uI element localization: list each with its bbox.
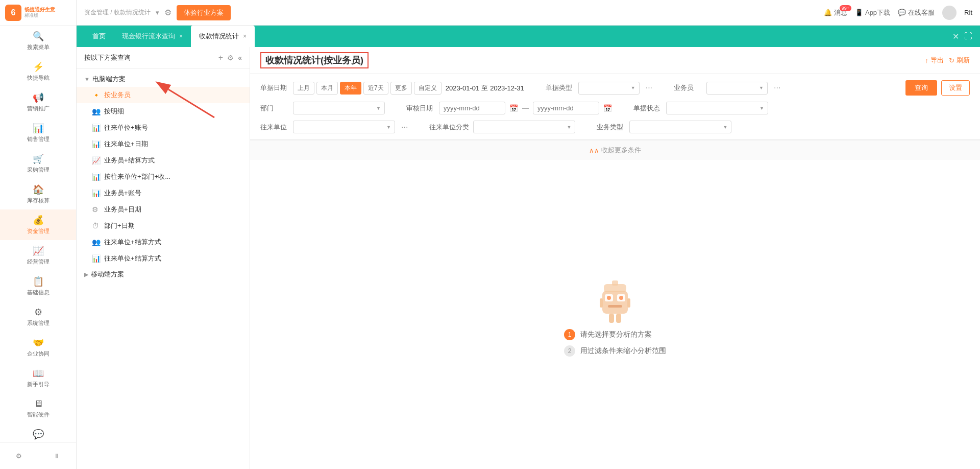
finance-icon: 💰 — [33, 215, 44, 226]
dept-select[interactable] — [293, 102, 385, 114]
filter-item-dept: 部门 — [260, 102, 385, 114]
sidebar-item-hardware[interactable]: 🖥 智能硬件 — [0, 393, 76, 424]
date-btns: 上月 本月 本年 近7天 更多 自定义 — [293, 82, 442, 95]
sidebar-item-collab[interactable]: 🤝 企业协同 — [0, 332, 76, 363]
page-header-actions: ↑ 导出 ↻ 刷新 — [925, 56, 970, 65]
tab-cashflow[interactable]: 现金银行流水查询 × — [114, 26, 191, 47]
review-date-from-cal[interactable]: 📅 — [509, 104, 518, 112]
scheme-item-partner-settlement1[interactable]: 👥 往来单位+结算方式 — [77, 234, 250, 250]
sidebar-item-purchase[interactable]: 🛒 采购管理 — [0, 148, 76, 179]
biz-type-label: 业务类型 — [597, 123, 625, 132]
sidebar-item-finance[interactable]: 💰 资金管理 — [0, 209, 76, 240]
scheme-item-partner-settlement2[interactable]: 📊 往来单位+结算方式 — [77, 250, 250, 267]
filter-row-dept: 部门 审核日期 📅 — — [260, 102, 970, 114]
scheme-item-partner-account[interactable]: 📊 往来单位+账号 — [77, 120, 250, 136]
scheme-item-sales-account[interactable]: 📊 业务员+账号 — [77, 185, 250, 201]
date-btn-more[interactable]: 更多 — [390, 82, 412, 95]
empty-step-1: 1 请先选择要分析的方案 — [564, 329, 666, 340]
salesperson-select[interactable] — [706, 82, 768, 95]
filter-settings-btn[interactable]: 设置 — [941, 80, 970, 96]
tab-receipt-stats[interactable]: 收款情况统计 × — [191, 26, 255, 47]
tab-bar-right: ✕ ⛶ — [952, 32, 972, 41]
notification-btn[interactable]: 🔔 消息 99+ — [824, 8, 847, 17]
app-download-btn[interactable]: 📱 App下载 — [855, 8, 890, 17]
collapse-panel-btn[interactable]: « — [238, 54, 242, 62]
collapse-bar[interactable]: ∧∧ 收起更多条件 — [250, 140, 980, 160]
date-range: 2023-01-01 至 2023-12-31 — [446, 83, 524, 92]
scheme-item-sales-date[interactable]: ⚙ 业务员+日期 — [77, 201, 250, 218]
date-to: 2023-12-31 — [490, 84, 524, 92]
partner-select-wrapper — [293, 121, 395, 133]
scheme-item-sales-settlement[interactable]: 📈 业务员+结算方式 — [77, 152, 250, 169]
partner-settlement1-icon: 👥 — [92, 238, 100, 246]
add-scheme-btn[interactable]: + — [218, 53, 223, 62]
sidebar-item-quicknav[interactable]: ⚡ 快捷导航 — [0, 56, 76, 87]
scheme-settings-btn[interactable]: ⚙ — [227, 54, 234, 62]
tab-home[interactable]: 首页 — [84, 26, 114, 47]
date-btn-this-year[interactable]: 本年 — [340, 82, 361, 95]
sidebar-collapse-btn[interactable]: ⏸ — [50, 448, 64, 464]
sidebar-nav: 🔍 搜索菜单 ⚡ 快捷导航 📢 营销推广 📊 销售管理 🛒 采购管理 🏠 — [0, 26, 76, 442]
sidebar-item-guide[interactable]: 📖 新手引导 — [0, 363, 76, 393]
sidebar-item-operation[interactable]: 📈 经营管理 — [0, 240, 76, 271]
tab-close-all-btn[interactable]: ✕ — [952, 32, 959, 41]
sidebar-item-sales[interactable]: 📊 销售管理 — [0, 118, 76, 148]
sidebar-item-system[interactable]: ⚙ 系统管理 — [0, 301, 76, 332]
type-more-btn[interactable]: ··· — [646, 83, 652, 92]
biz-type-select[interactable] — [629, 121, 731, 133]
step-num-2: 2 — [564, 345, 575, 357]
scheme-item-partner-dept[interactable]: 📊 按往来单位+部门+收... — [77, 169, 250, 185]
sidebar-item-inventory[interactable]: 🏠 库存核算 — [0, 179, 76, 209]
scheme-item-detail[interactable]: 👥 按明细 — [77, 103, 250, 120]
sidebar-item-marketing[interactable]: 📢 营销推广 — [0, 87, 76, 118]
service-icon: 💬 — [898, 9, 906, 16]
sidebar-item-wechat[interactable]: 💬 企业微信 — [0, 424, 76, 442]
scheme-item-by-salesperson[interactable]: 🔸 按业务员 — [77, 87, 250, 103]
header-left: 资金管理 / 收款情况统计 ▾ ⚙ 体验行业方案 — [84, 5, 231, 20]
mobile-group-toggle[interactable]: ▶ 移动端方案 — [77, 267, 250, 282]
partner-type-select[interactable] — [473, 121, 575, 133]
refresh-btn[interactable]: ↻ 刷新 — [949, 56, 970, 65]
dept-date-icon: ⏱ — [92, 222, 100, 230]
review-date-from[interactable] — [439, 102, 505, 114]
user-avatar[interactable] — [942, 6, 957, 20]
header-dropdown-icon[interactable]: ▾ — [156, 9, 159, 16]
sidebar-item-search[interactable]: 🔍 搜索菜单 — [0, 26, 76, 56]
query-btn[interactable]: 查询 — [905, 80, 937, 96]
refresh-icon: ↻ — [949, 57, 954, 64]
sidebar-item-basic[interactable]: 📋 基础信息 — [0, 271, 76, 301]
desktop-group-toggle[interactable]: ▼ 电脑端方案 — [77, 72, 250, 87]
date-btn-custom[interactable]: 自定义 — [414, 82, 442, 95]
sidebar-settings-btn[interactable]: ⚙ — [12, 448, 26, 464]
operation-icon: 📈 — [33, 245, 44, 256]
partner-more-btn[interactable]: ··· — [401, 123, 408, 132]
tab-cashflow-close[interactable]: × — [179, 33, 183, 40]
doc-status-select[interactable] — [666, 102, 768, 114]
guide-icon: 📖 — [33, 368, 44, 379]
header-settings-icon[interactable]: ⚙ — [164, 8, 172, 17]
date-btn-last-month[interactable]: 上月 — [293, 82, 314, 95]
user-name[interactable]: Rit — [964, 9, 972, 16]
svg-point-3 — [607, 296, 611, 300]
partner-select[interactable] — [293, 121, 395, 133]
svg-rect-7 — [627, 298, 630, 308]
tab-receipt-close[interactable]: × — [243, 33, 247, 40]
type-select[interactable] — [578, 82, 640, 95]
detail-icon: 👥 — [92, 107, 100, 115]
scheme-item-partner-date[interactable]: 📊 往来单位+日期 — [77, 136, 250, 152]
review-date-to[interactable] — [533, 102, 599, 114]
review-date-to-cal[interactable]: 📅 — [603, 104, 612, 112]
dept-select-wrapper — [293, 102, 385, 114]
date-btn-this-month[interactable]: 本月 — [316, 82, 338, 95]
partner-account-icon: 📊 — [92, 124, 100, 132]
salesperson-more-btn[interactable]: ··· — [774, 83, 780, 92]
online-service-btn[interactable]: 💬 在线客服 — [898, 8, 935, 17]
trial-button[interactable]: 体验行业方案 — [177, 5, 231, 20]
date-btn-7days[interactable]: 近7天 — [363, 82, 388, 95]
svg-rect-9 — [616, 314, 621, 323]
export-btn[interactable]: ↑ 导出 — [925, 56, 944, 65]
salesperson-select-wrapper — [706, 82, 768, 95]
scheme-item-dept-date[interactable]: ⏱ 部门+日期 — [77, 218, 250, 234]
tab-maximize-btn[interactable]: ⛶ — [964, 32, 972, 41]
logo-text: 畅捷通好生意 标准版 — [24, 6, 55, 19]
